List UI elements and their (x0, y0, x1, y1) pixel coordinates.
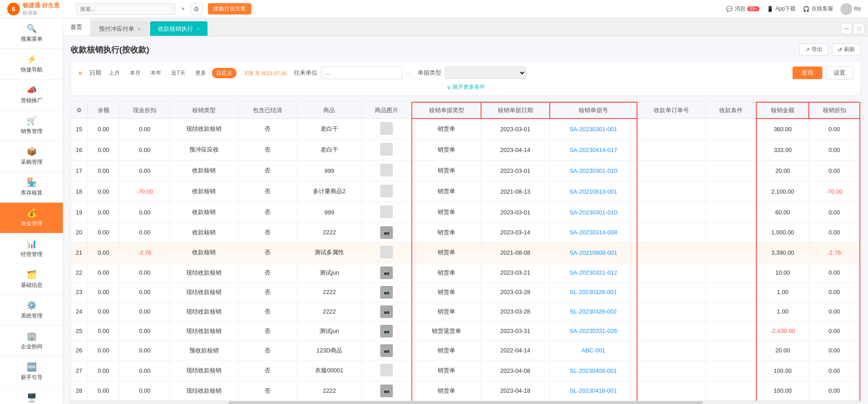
balance-cell: 0.00 (87, 381, 120, 400)
th-cancel-doc-date: 核销单据日期 (481, 102, 550, 119)
table-row: 24 0.00 0.00 现结收款核销 否 2222 📷 销货单 2023-03… (71, 302, 860, 321)
export-icon: ↗ (805, 47, 810, 53)
cancel-doc-no-link[interactable]: SL-20230418-001 (570, 387, 617, 394)
tab-prepay[interactable]: 预付冲应付单 × (91, 21, 148, 36)
user-info[interactable]: Rit (840, 3, 861, 15)
date-tag-more[interactable]: 更多 (191, 68, 210, 78)
app-edition: 标准版 (23, 10, 60, 16)
cancel-doc-no-link[interactable]: SL-20230328-001 (570, 289, 617, 295)
receipt-condition-cell (706, 242, 756, 263)
sidebar-item-search[interactable]: 🔍 搜索菜单 (0, 18, 63, 49)
cancel-amount-cell: 20.00 (756, 160, 809, 181)
expand-more-button[interactable]: ∨ 展开更多条件 (78, 83, 853, 91)
online-service-button[interactable]: 🎧 在线客服 (803, 5, 833, 13)
cancel-doc-no-link[interactable]: SA-20230301-001 (570, 126, 618, 133)
th-settings[interactable]: ⚙ (71, 102, 87, 119)
export-button[interactable]: ↗ 导出 (799, 43, 828, 56)
receipt-order-no-cell (637, 282, 706, 302)
sidebar-item-quicknav[interactable]: ⚡ 快捷导航 (0, 49, 63, 80)
sidebar-item-marketing[interactable]: 📣 营销推广 (0, 80, 63, 110)
cancel-doc-no-link[interactable]: SA-20230301-010 (570, 209, 618, 216)
receipt-condition-cell (706, 139, 756, 160)
enterprise-icon: 🏢 (27, 331, 37, 341)
date-tag-custom[interactable]: 自定义 (212, 68, 236, 78)
sidebar-item-guide[interactable]: 🆕 新手引导 (0, 356, 63, 387)
sidebar-item-basic[interactable]: 🗂️ 基础信息 (0, 264, 63, 295)
receipt-condition-cell (706, 381, 756, 400)
cancel-doc-no-link[interactable]: SA-20230314-008 (570, 229, 618, 236)
page-content: 收款核销执行(按收款) ↗ 导出 ↺ 刷新 » (63, 36, 868, 404)
filter-expand-icon[interactable]: » (78, 69, 82, 77)
close-icon[interactable]: × (197, 26, 199, 32)
from-unit-input[interactable] (321, 67, 402, 79)
balance-cell: 0.00 (87, 360, 120, 381)
cancel-doc-no-link[interactable]: SA-20210808-001 (570, 249, 618, 256)
page-actions: ↗ 导出 ↺ 刷新 (799, 43, 861, 56)
cancel-doc-no-link[interactable]: SA-20230331-026 (570, 328, 618, 334)
cash-discount-cell: 0.00 (120, 223, 170, 242)
cancel-discount-cell: 0.00 (809, 202, 860, 223)
setting-button[interactable]: 设置 (826, 66, 853, 80)
cancel-doc-no-link[interactable]: ABC-001 (581, 347, 605, 354)
page-header: 收款核销执行(按收款) ↗ 导出 ↺ 刷新 (71, 43, 861, 56)
search-input[interactable] (76, 3, 175, 15)
cancel-doc-no-cell: SL-20230408-001 (550, 360, 637, 381)
sidebar-item-label: 新手引导 (21, 374, 42, 381)
horizontal-scrollbar[interactable] (71, 401, 860, 404)
cash-discount-cell: 0.00 (120, 119, 170, 139)
cancel-doc-type-cell: 销货单 (412, 160, 481, 181)
goods-img-cell (361, 202, 412, 223)
receipt-order-no-cell (637, 263, 706, 282)
settings-icon[interactable]: ⚙ (191, 3, 203, 15)
cancel-doc-no-link[interactable]: SA-20230414-017 (570, 147, 618, 153)
cancel-doc-no-link[interactable]: SA-20230301-010 (570, 167, 618, 174)
date-tag-this-month[interactable]: 本月 (126, 68, 145, 78)
query-button[interactable]: 查询 (793, 67, 822, 79)
goods-img-cell (361, 139, 412, 160)
goods-cell: 2222 (297, 381, 361, 400)
sidebar-item-finance[interactable]: 💰 资金管理 (0, 203, 63, 233)
balance-cell: 0.00 (87, 181, 120, 202)
cancel-doc-type-cell: 销货单 (412, 181, 481, 202)
date-tag-last-month[interactable]: 上月 (105, 68, 124, 78)
include-settled-cell: 否 (238, 139, 297, 160)
sidebar-item-sales[interactable]: 🛒 销售管理 (0, 110, 63, 141)
messages-button[interactable]: 💬 消息 99+ (726, 5, 760, 13)
receipt-condition-cell (706, 302, 756, 321)
refresh-button[interactable]: ↺ 刷新 (832, 43, 861, 56)
sidebar-item-enterprise[interactable]: 🏢 企业协同 (0, 326, 63, 356)
tab-maximize-button[interactable]: □ (854, 23, 864, 34)
cancel-doc-no-link[interactable]: SA-20210813-001 (570, 188, 618, 195)
tab-home[interactable]: 首页 (63, 20, 90, 34)
close-icon[interactable]: × (138, 26, 141, 32)
cancel-doc-no-cell: SL-20230328-002 (550, 302, 637, 321)
trial-button[interactable]: 体验行业方案 (208, 3, 251, 14)
tab-minimize-button[interactable]: — (841, 23, 852, 34)
search-dropdown-icon[interactable]: ▼ (181, 6, 185, 11)
cancel-doc-type-cell: 销货单 (412, 381, 481, 400)
cancel-doc-type-cell: 销货单 (412, 302, 481, 321)
receipt-order-no-cell (637, 341, 706, 360)
app-download-button[interactable]: 📱 App下载 (767, 5, 796, 13)
goods-image: 📷 (380, 344, 393, 357)
date-tag-7days[interactable]: 近7天 (167, 68, 189, 78)
cancel-doc-no-link[interactable]: SL-20230408-001 (570, 367, 617, 374)
date-tag-this-year[interactable]: 本年 (146, 68, 165, 78)
cancel-doc-no-link[interactable]: SL-20230328-002 (570, 308, 617, 315)
sidebar-item-purchase[interactable]: 📦 采购管理 (0, 141, 63, 172)
filter-doc-type: 单据类型 (418, 67, 526, 79)
cancel-type-cell: 收款核销 (170, 202, 238, 223)
sidebar-item-inventory[interactable]: 🏪 库存核算 (0, 172, 63, 203)
sidebar-item-system[interactable]: ⚙️ 系统管理 (0, 295, 63, 326)
cash-discount-cell: 0.00 (120, 360, 170, 381)
tab-receipt-cancel[interactable]: 收款核销执行 × (150, 21, 207, 36)
sidebar-item-biz[interactable]: 📊 经营管理 (0, 233, 63, 264)
filter-row: » 日期 上月 本月 本年 近7天 更多 自定义 (78, 66, 853, 80)
tab-prepay-label: 预付冲应付单 (99, 25, 134, 33)
goods-cell: 2222 (297, 223, 361, 242)
sidebar-item-hardware[interactable]: 🖥️ 智能硬件 (0, 387, 63, 404)
doc-type-select[interactable] (445, 67, 526, 79)
app-logo: 6 畅捷通·好生意 标准版 (7, 1, 71, 16)
goods-img-cell: 📷 (361, 321, 412, 341)
cancel-doc-no-link[interactable]: SA-20230321-012 (570, 269, 618, 276)
